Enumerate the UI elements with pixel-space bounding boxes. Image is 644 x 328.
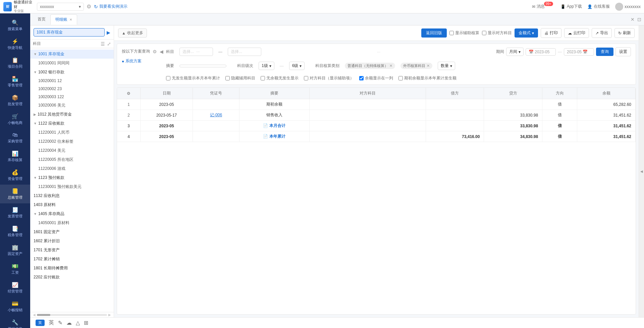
tree-item-1132[interactable]: 1132 应收利息 [30, 191, 114, 200]
sidebar-item-ledger[interactable]: 📒 总账管理 [0, 185, 30, 203]
checkbox-no-occurrence[interactable]: 无发生额显示本月本年累计 [166, 75, 220, 81]
col-debit-header[interactable]: 借方 [426, 88, 484, 99]
tree-item-1701[interactable]: 1701 无形资产 [30, 246, 114, 255]
sidebar-item-quicknav[interactable]: ⚡ 快捷导航 [0, 35, 30, 54]
nav-forward-icon[interactable]: ▶ [107, 30, 110, 35]
col-balance-header[interactable]: 余额 [577, 88, 636, 99]
tag-foreign-close-icon[interactable]: ✕ [427, 64, 430, 68]
checkbox-hide-helper-input[interactable] [225, 76, 230, 80]
tree-item-2202[interactable]: 2202 应付账款 [30, 273, 114, 282]
sidebar-item-wholesale[interactable]: 📦 批发管理 [0, 91, 30, 110]
level-from-select[interactable]: 1级 ▾ [259, 62, 274, 70]
scheme-button[interactable]: ● 系统方案 [122, 57, 163, 65]
expand-right-sidebar[interactable]: ◀ [639, 25, 644, 317]
scroll-left-icon[interactable]: ◀ [33, 313, 36, 317]
tab-detail[interactable]: 明细账 ✕ [50, 14, 77, 25]
bottom-icon-3[interactable]: ☁ [66, 320, 72, 326]
sidebar-item-ecommerce[interactable]: 🛒 小畅电商 [0, 110, 30, 129]
cloud-print-button[interactable]: ☁ 云打印 [564, 28, 589, 38]
tree-item-11220004[interactable]: 11220004 美元 [30, 146, 114, 155]
checkbox-no-occurrence-input[interactable] [166, 76, 170, 80]
sidebar-item-search[interactable]: 🔍 搜索菜单 [0, 16, 30, 35]
sidebar-item-operations[interactable]: 📈 经营管理 [0, 278, 30, 297]
sidebar-item-tax[interactable]: 📑 税务管理 [0, 222, 30, 241]
tab-close-icon[interactable]: ✕ [69, 18, 72, 21]
sidebar-item-base[interactable]: 🔧 基础信息 [0, 316, 30, 328]
voucher-link[interactable]: 记-006 [210, 113, 222, 117]
subject-from-select[interactable]: 选择... ··· [179, 48, 213, 56]
tree-item-11230001[interactable]: 11230001 预付账款美元 [30, 182, 114, 191]
tree-item-1002[interactable]: ▼ 1002 银行存款 [30, 68, 114, 77]
sidebar-item-sales[interactable]: 💳 小畅报销 [0, 297, 30, 316]
sidebar-item-inventory[interactable]: 📊 库存核算 [0, 147, 30, 166]
expand-icon[interactable]: ⤢ [107, 41, 111, 47]
bottom-icon-5[interactable]: ⊞ [84, 320, 88, 326]
subject-to-select[interactable]: 选择... [228, 48, 261, 56]
company-selector[interactable]: xxxxxxx ▾ [37, 3, 84, 11]
checkbox-hide-helper[interactable]: 隐藏辅用科目 [225, 75, 255, 81]
tree-item-1405[interactable]: ▼ 1405 库存商品 [30, 209, 114, 218]
sidebar-item-invoice[interactable]: 🧾 发票管理 [0, 203, 30, 222]
sidebar-item-retail[interactable]: 🏪 零售管理 [0, 72, 30, 91]
tree-item-10020001[interactable]: 10020001 12 [30, 77, 114, 85]
col-account-header[interactable]: 对方科目 [309, 88, 426, 99]
tree-item-10020002[interactable]: 10020002 23 [30, 85, 114, 93]
bottom-icon-1[interactable]: 英 [49, 319, 54, 326]
period-to-input[interactable]: 2023-05 📅 [564, 48, 594, 56]
tree-item-1001[interactable]: ▼ 1001 库存现金 [30, 50, 114, 59]
tree-item-10010001[interactable]: 10010001 同同同 [30, 59, 114, 68]
level-to-select[interactable]: 6级 ▾ [289, 62, 305, 70]
list-icon[interactable]: ☰ [101, 41, 105, 47]
tree-item-14050001[interactable]: 14050001 原材料 [30, 218, 114, 227]
tab-home[interactable]: 首页 [33, 14, 50, 24]
format-button[interactable]: 金额式 ▾ [515, 28, 538, 38]
col-summary-header[interactable]: 摘要 [239, 88, 309, 99]
col-credit-header[interactable]: 贷方 [484, 88, 542, 99]
col-date-header[interactable]: 日期 [140, 88, 193, 99]
sidebar-item-capital[interactable]: 💰 资金管理 [0, 166, 30, 185]
print-button[interactable]: 🖨 打印 [541, 28, 561, 38]
col-voucher-header[interactable]: 凭证号 [193, 88, 239, 99]
online-service-button[interactable]: 👤 在线客服 [587, 4, 610, 9]
period-type-select[interactable]: 月间 ▾ [506, 48, 524, 56]
settings-icon[interactable]: ⚙ [87, 3, 91, 10]
sidebar-item-project[interactable]: 📋 项目合同 [0, 54, 30, 72]
bottom-icon-4[interactable]: △ [76, 320, 80, 326]
show-opposite-input[interactable] [482, 31, 486, 35]
tree-item-11220001[interactable]: 11220001 人民币 [30, 128, 114, 137]
col-setting-header[interactable]: ⚙ [117, 88, 140, 99]
tree-item-1122[interactable]: ▼ 1122 应收账款 [30, 119, 114, 128]
scrollbar-thumb[interactable] [37, 314, 50, 316]
app-download-button[interactable]: 📱 App下载 [560, 4, 582, 9]
tree-item-1123[interactable]: ▼ 1123 预付账款 [30, 173, 114, 182]
sidebar-item-assets[interactable]: 🏢 固定资产 [0, 241, 30, 260]
tree-item-1702[interactable]: 1702 累计摊销 [30, 255, 114, 264]
show-opposite-checkbox[interactable]: 显示对方科目 [482, 30, 512, 36]
language-button[interactable]: 英 [36, 320, 45, 326]
export-button[interactable]: ↗ 导出 [592, 28, 612, 38]
message-button[interactable]: ✉ 消息 99+ [532, 4, 555, 9]
expand-filter-button[interactable]: ▲ 收起更多 [118, 28, 147, 38]
checkbox-opposite[interactable]: 对方科目（显示辅助项） [304, 75, 354, 81]
row-voucher[interactable]: 记-006 [193, 110, 239, 121]
horizontal-scrollbar[interactable] [37, 314, 107, 316]
tree-item-11220005[interactable]: 11220005 所在地区 [30, 155, 114, 164]
checkbox-show-yearly-input[interactable] [398, 76, 403, 80]
tree-item-1801[interactable]: 1801 长期待摊费用 [30, 264, 114, 273]
demo-link[interactable]: ↻ 我要看实例演示 [94, 4, 127, 9]
tag-normal[interactable]: 普通科目（无特殊核算） ✕ [345, 63, 395, 69]
table-settings-icon[interactable]: ⚙ [127, 91, 130, 96]
checkbox-opposite-input[interactable] [304, 76, 308, 80]
query-button[interactable]: 查询 [596, 48, 613, 56]
show-aux-checkbox[interactable]: 显示辅助核算 [449, 30, 479, 36]
tree-item-11220006[interactable]: 11220006 游戏 [30, 164, 114, 173]
sidebar-item-purchase[interactable]: 🛍 采购管理 [0, 129, 30, 147]
tree-item-1601[interactable]: 1601 固定资产 [30, 227, 114, 237]
scroll-right-icon[interactable]: ▶ [108, 313, 111, 317]
tab-close-all-icon[interactable]: ✕ [631, 17, 635, 22]
filter-settings-icon[interactable]: ⚙ [153, 49, 157, 54]
summary-input[interactable] [179, 65, 226, 67]
filter-collapse-icon[interactable]: ◀ [160, 49, 163, 54]
tree-item-10020006[interactable]: 10020006 美元 [30, 101, 114, 110]
checkbox-no-balance[interactable]: 无余额无发生显示 [261, 75, 299, 81]
